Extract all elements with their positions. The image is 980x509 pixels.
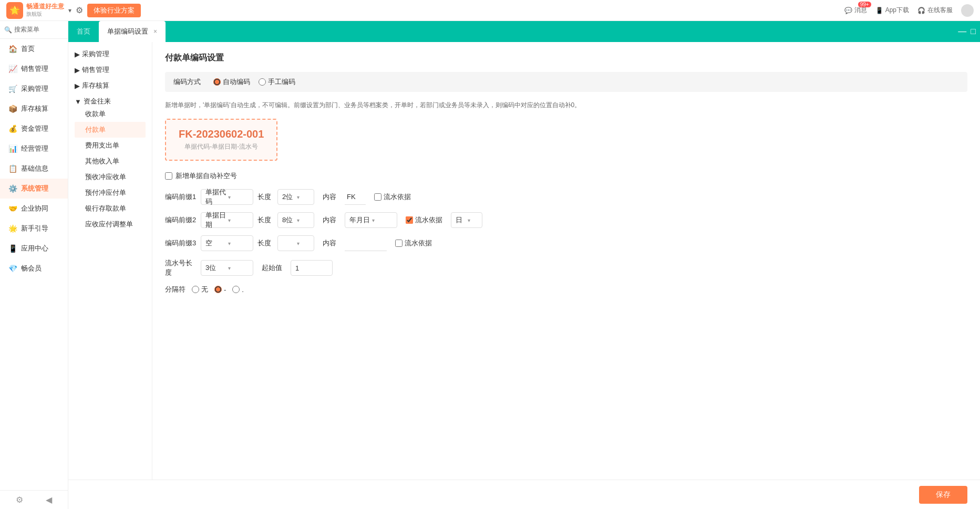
sidebar-item-basic[interactable]: 📋 基础信息: [0, 159, 68, 179]
stream1-checkbox[interactable]: [374, 193, 381, 201]
sidebar-item-vip[interactable]: 💎 畅会员: [0, 258, 68, 278]
content2-select[interactable]: 年月日 ▾: [345, 212, 397, 228]
sub-item-advance-receivable[interactable]: 预收冲应收单: [75, 169, 146, 185]
message-area[interactable]: 💬 消息 99+: [844, 6, 867, 15]
separator-none-radio[interactable]: [192, 286, 199, 293]
user-avatar[interactable]: [961, 4, 974, 17]
tab-home[interactable]: 首页: [68, 21, 99, 42]
trial-button[interactable]: 体验行业方案: [87, 4, 141, 17]
prefix1-arrow: ▾: [228, 194, 249, 200]
prefix3-select[interactable]: 空 ▾: [201, 235, 253, 251]
sidebar-item-finance[interactable]: 💰 资金管理: [0, 119, 68, 139]
settings-icon[interactable]: ⚙: [76, 5, 83, 15]
sub-group-purchase[interactable]: ▶ 采购管理: [75, 49, 146, 59]
auto-fill-label: 新增单据自动补空号: [176, 171, 237, 181]
settings-bottom-icon[interactable]: ⚙: [16, 495, 23, 505]
length3-label: 长度: [257, 238, 271, 248]
vip-icon: 💎: [8, 264, 17, 273]
content2-value: 年月日: [349, 215, 370, 225]
tab-encoding[interactable]: 单据编码设置 ×: [99, 21, 166, 42]
sidebar-item-operations[interactable]: 📊 经营管理: [0, 139, 68, 159]
sidebar-item-guide[interactable]: 🌟 新手引导: [0, 219, 68, 238]
manual-encoding-option[interactable]: 手工编码: [259, 77, 295, 87]
tab-expand-button[interactable]: □: [971, 27, 976, 36]
sub-item-payment[interactable]: 付款单: [75, 122, 146, 138]
content1-label: 内容: [323, 192, 336, 202]
length1-select[interactable]: 2位 ▾: [277, 189, 314, 205]
auto-fill-checkbox[interactable]: [165, 172, 172, 180]
length1-arrow: ▾: [297, 194, 310, 200]
length3-arrow: ▾: [297, 241, 310, 246]
sub-item-expense[interactable]: 费用支出单: [75, 138, 146, 153]
separator-none-label: 无: [201, 285, 208, 294]
app-center-icon: 📱: [8, 244, 17, 253]
bottom-bar: 保存: [68, 480, 980, 509]
sub-group-sales[interactable]: ▶ 销售管理: [75, 65, 146, 75]
stream3-checkbox[interactable]: [395, 240, 403, 247]
sub-group-fund[interactable]: ▼ 资金往来: [75, 97, 146, 106]
app-download-area[interactable]: 📱 App下载: [875, 6, 909, 15]
prefix-row-2: 编码前缀2 单据日期 ▾ 长度 8位 ▾ 内容 年月日 ▾: [165, 212, 967, 228]
sidebar-item-purchase[interactable]: 🛒 采购管理: [0, 79, 68, 99]
sub-item-advance-payable[interactable]: 预付冲应付单: [75, 185, 146, 201]
sub-item-other-income[interactable]: 其他收入单: [75, 153, 146, 169]
separator-dash-option[interactable]: -: [214, 286, 226, 294]
sidebar-item-label-purchase: 采购管理: [21, 84, 48, 94]
tab-minimize-button[interactable]: —: [958, 27, 966, 36]
message-badge: 99+: [858, 2, 871, 7]
separator-dot-radio[interactable]: [232, 286, 240, 293]
separator-dot-option[interactable]: .: [232, 286, 244, 294]
content2-label: 内容: [323, 215, 336, 225]
logo-area: 🌟 畅通道好生意 旗舰版: [6, 2, 64, 19]
separator-dash-radio[interactable]: [214, 286, 222, 293]
tab-close-icon[interactable]: ×: [153, 28, 157, 35]
sidebar-item-app[interactable]: 📱 应用中心: [0, 238, 68, 258]
sidebar-item-inventory[interactable]: 📦 库存核算: [0, 99, 68, 119]
stream2-select[interactable]: 日 ▾: [451, 212, 482, 228]
sidebar-item-label-finance: 资金管理: [21, 124, 48, 133]
sub-group-purchase-label: 采购管理: [82, 49, 109, 59]
length3-select[interactable]: ▾: [277, 235, 314, 251]
sub-sidebar-group-sales: ▶ 销售管理: [68, 62, 152, 78]
sales-icon: 📈: [8, 65, 17, 73]
save-button[interactable]: 保存: [919, 486, 967, 504]
stream2-checkbox[interactable]: [406, 216, 413, 224]
sidebar-item-sales[interactable]: 📈 销售管理: [0, 59, 68, 79]
info-text: 新增单据时，'单据编码'自动生成，不可编辑。前缀设置为部门、业务员等档案类，开单…: [165, 100, 967, 110]
separator-label: 分隔符: [165, 285, 185, 294]
sub-item-receipt[interactable]: 收款单: [75, 106, 146, 122]
tab-bar: 首页 单据编码设置 × — □: [68, 21, 980, 42]
prefix1-select[interactable]: 单据代码 ▾: [201, 189, 253, 205]
stream1-checkbox-group: 流水依据: [374, 192, 411, 202]
service-area[interactable]: 🎧 在线客服: [917, 6, 953, 15]
search-icon: 🔍: [4, 26, 12, 34]
sidebar-search[interactable]: 🔍 搜索菜单: [0, 21, 68, 39]
expand-arrow-fund: ▼: [75, 98, 81, 106]
sidebar-item-collab[interactable]: 🤝 企业协同: [0, 199, 68, 219]
sidebar-item-label-system: 系统管理: [21, 184, 48, 193]
collapse-icon[interactable]: ◀: [46, 495, 52, 505]
system-icon: ⚙️: [8, 184, 17, 193]
sidebar-item-system[interactable]: ⚙️ 系统管理: [0, 179, 68, 199]
sidebar-item-home[interactable]: 🏠 首页: [0, 39, 68, 59]
length2-select[interactable]: 8位 ▾: [277, 212, 314, 228]
manual-encoding-radio[interactable]: [259, 78, 266, 86]
length2-arrow: ▾: [297, 217, 310, 223]
prefix2-select[interactable]: 单据日期 ▾: [201, 212, 253, 228]
sub-item-bank-deposit[interactable]: 银行存取款单: [75, 201, 146, 216]
serial-length-select[interactable]: 3位 ▾: [201, 260, 253, 276]
content3-value: [345, 235, 387, 251]
code-example-main: FK-20230602-001: [179, 128, 264, 140]
sidebar-item-label-app: 应用中心: [21, 244, 48, 253]
serial-start-input[interactable]: [291, 260, 333, 276]
prefix2-label: 编码前缀2: [165, 215, 197, 225]
separator-none-option[interactable]: 无: [192, 285, 208, 294]
auto-encoding-option[interactable]: 自动编码: [213, 77, 250, 87]
sub-item-receivable-adjust[interactable]: 应收应付调整单: [75, 216, 146, 232]
sub-group-inventory[interactable]: ▶ 库存核算: [75, 81, 146, 90]
sub-sidebar: ▶ 采购管理 ▶ 销售管理 ▶ 库存核算: [68, 42, 152, 480]
content3-label: 内容: [323, 238, 336, 248]
prefix1-label: 编码前缀1: [165, 192, 197, 202]
auto-encoding-radio[interactable]: [213, 78, 221, 86]
nav-dropdown-arrow[interactable]: ▾: [68, 7, 71, 14]
